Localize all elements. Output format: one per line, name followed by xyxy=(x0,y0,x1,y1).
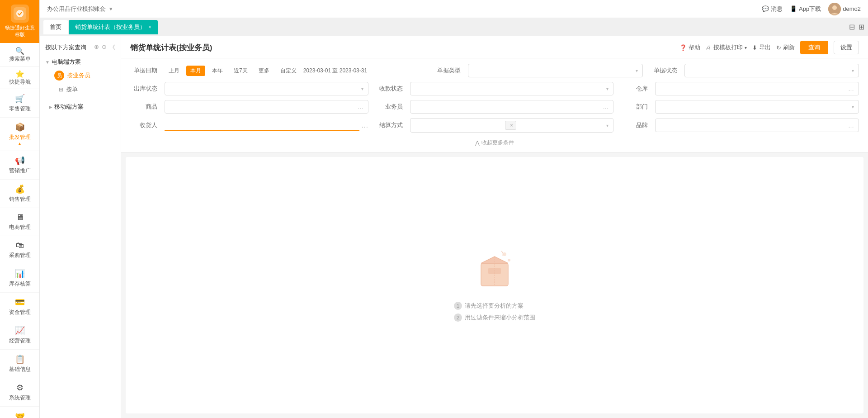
purchase-icon: 🛍 xyxy=(16,241,24,250)
brand-label: 品牌 xyxy=(621,121,648,129)
date-this-month[interactable]: 本月 xyxy=(186,66,205,76)
salesperson-select[interactable]: … xyxy=(410,100,614,114)
left-panel-icons: ⊕ ⊙ 《 xyxy=(94,43,115,52)
payment-method-select[interactable]: × ▾ xyxy=(410,118,614,133)
payment-status-select[interactable]: ▾ xyxy=(410,82,614,95)
settings-button[interactable]: 设置 xyxy=(834,41,859,54)
collapse-panel-icon[interactable]: 《 xyxy=(109,43,115,52)
search-menu[interactable]: 🔍 搜索菜单 xyxy=(0,43,39,67)
sidebar-item-wholesale[interactable]: 📦 批发管理 ▲ xyxy=(0,118,39,151)
doc-status-field: ▾ xyxy=(684,64,859,77)
payment-method-label: 结算方式 xyxy=(376,121,403,129)
basic-icon: 📋 xyxy=(15,354,25,364)
operation-icon: 📈 xyxy=(15,326,25,336)
message-btn[interactable]: 💬 消息 xyxy=(762,5,783,13)
download-icon: 📱 xyxy=(790,5,797,12)
page-actions: ❓ 帮助 🖨 按模板打印 ▾ ⬇ 导出 ↻ 刷新 xyxy=(679,41,859,54)
payment-method-clear[interactable]: × xyxy=(510,122,513,128)
brand-select[interactable]: … xyxy=(655,119,859,132)
recipient-field: … xyxy=(165,120,368,131)
empty-icon xyxy=(472,247,517,293)
tab-close-btn[interactable]: × xyxy=(148,24,151,30)
add-scheme-icon[interactable]: ⊕ xyxy=(94,43,99,52)
date-custom[interactable]: 自定义 xyxy=(276,66,301,76)
salesperson-field: … xyxy=(410,100,614,114)
print-action[interactable]: 🖨 按模板打印 ▾ xyxy=(706,43,747,52)
payment-method-field: × ▾ xyxy=(410,118,614,133)
sidebar-item-retail[interactable]: 🛒 零售管理 xyxy=(0,89,39,118)
scheme-salesperson[interactable]: 员 按业务员 xyxy=(45,68,115,83)
logo-icon xyxy=(11,5,29,23)
collapse-btn[interactable]: ⋀ 收起更多条件 xyxy=(475,139,514,147)
salesperson-dots[interactable]: … xyxy=(603,104,609,110)
sidebar-item-finance[interactable]: 💳 资金管理 xyxy=(0,293,39,321)
sidebar-item-purchase[interactable]: 🛍 采购管理 xyxy=(0,236,39,264)
retail-icon: 🛒 xyxy=(15,94,25,104)
tab-maximize-icon[interactable]: ⊞ xyxy=(859,23,864,31)
sidebar-item-enterprise[interactable]: 🤝 企业协同 xyxy=(0,407,39,418)
goods-select[interactable]: … xyxy=(165,100,368,114)
query-button[interactable]: 查询 xyxy=(800,41,828,54)
refresh-action[interactable]: ↻ 刷新 xyxy=(776,43,795,52)
date-field: 上月 本月 本年 近7天 更多 自定义 2023-03-01 至 2023-03… xyxy=(165,66,426,76)
sidebar-item-ecommerce[interactable]: 🖥 电商管理 xyxy=(0,208,39,236)
sidebar-item-marketing[interactable]: 📢 营销推广 xyxy=(0,151,39,180)
tab-minimize-icon[interactable]: ⊟ xyxy=(849,23,855,31)
sidebar-item-system[interactable]: ⚙ 系统管理 xyxy=(0,378,39,407)
export-action[interactable]: ⬇ 导出 xyxy=(752,43,771,52)
svg-point-2 xyxy=(832,5,837,10)
app-download-btn[interactable]: 📱 App下载 xyxy=(790,5,821,13)
goods-label: 商品 xyxy=(130,103,157,111)
doc-status-chevron: ▾ xyxy=(852,68,854,73)
sidebar-item-sales[interactable]: 💰 销售管理 xyxy=(0,180,39,208)
tab-expand: ⊟ ⊞ xyxy=(849,23,864,31)
enterprise-icon: 🤝 xyxy=(15,411,25,418)
doc-status-label: 单据状态 xyxy=(650,66,677,75)
recipient-dots[interactable]: … xyxy=(361,121,368,129)
date-this-year[interactable]: 本年 xyxy=(208,66,227,76)
date-range-text: 2023-03-01 至 2023-03-31 xyxy=(303,67,367,75)
date-more[interactable]: 更多 xyxy=(255,66,274,76)
refresh-icon: ↻ xyxy=(776,44,781,51)
brand-dots[interactable]: … xyxy=(848,122,854,129)
help-icon: ❓ xyxy=(679,44,687,51)
sidebar-item-operation[interactable]: 📈 经营管理 xyxy=(0,321,39,350)
collapse-icon: ⋀ xyxy=(475,140,480,146)
doc-status-select[interactable]: ▾ xyxy=(684,64,859,77)
mobile-group[interactable]: ▶ 移动端方案 xyxy=(45,100,115,114)
quick-nav[interactable]: ⭐ 快捷导航 xyxy=(0,67,39,89)
tabbar: 首页 销货单统计表（按业务员） × ⊟ ⊞ xyxy=(40,18,868,36)
user-profile[interactable]: demo2 xyxy=(828,3,861,15)
print-dropdown-icon[interactable]: ▾ xyxy=(745,45,747,50)
help-action[interactable]: ❓ 帮助 xyxy=(679,43,700,52)
scheme-order[interactable]: ⊞ 按单 xyxy=(45,83,115,96)
warehouse-select[interactable]: … xyxy=(655,82,859,95)
doc-type-select[interactable]: ▾ xyxy=(468,64,642,77)
sidebar-item-inventory[interactable]: 📊 库存核算 xyxy=(0,264,39,293)
desktop-group[interactable]: ▼ 电脑端方案 xyxy=(45,56,115,68)
tab-report[interactable]: 销货单统计表（按业务员） × xyxy=(69,20,158,34)
stock-status-select[interactable]: ▾ xyxy=(165,82,368,95)
dept-field: ▾ xyxy=(655,100,859,114)
dept-select[interactable]: ▾ xyxy=(655,100,859,114)
sidebar-item-basic[interactable]: 📋 基础信息 xyxy=(0,350,39,378)
warehouse-dots[interactable]: … xyxy=(848,86,854,92)
brand-field: … xyxy=(655,119,859,132)
date-last-month[interactable]: 上月 xyxy=(165,66,184,76)
top-menu-dropdown[interactable]: ▾ xyxy=(109,5,113,12)
date-7days[interactable]: 近7天 xyxy=(230,66,252,76)
stock-status-label: 出库状态 xyxy=(130,85,157,93)
recipient-input[interactable] xyxy=(165,120,359,131)
tab-home[interactable]: 首页 xyxy=(43,20,68,34)
settings-scheme-icon[interactable]: ⊙ xyxy=(102,43,107,52)
username: demo2 xyxy=(843,5,861,12)
topbar-left: 办公用品行业模拟账套 ▾ xyxy=(47,5,113,13)
goods-dots[interactable]: … xyxy=(358,104,363,110)
top-menu-label: 办公用品行业模拟账套 xyxy=(47,5,106,13)
left-panel-section: ▼ 电脑端方案 员 按业务员 ⊞ 按单 ▶ 移动端方案 xyxy=(40,54,121,115)
date-label: 单据日期 xyxy=(130,66,157,75)
salesperson-label: 业务员 xyxy=(376,103,403,111)
logo[interactable]: 畅捷通好生意 标版 xyxy=(0,0,39,43)
print-icon: 🖨 xyxy=(706,44,712,51)
payment-status-chevron: ▾ xyxy=(606,86,609,91)
